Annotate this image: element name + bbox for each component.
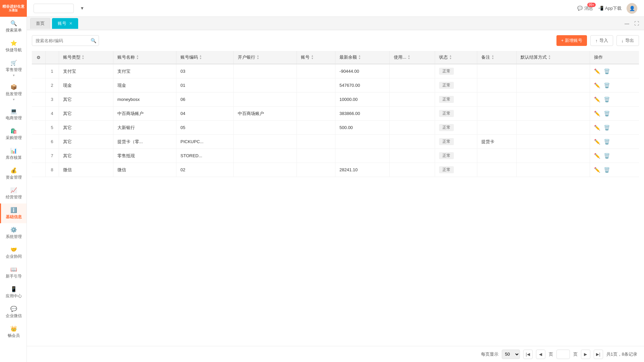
prev-page-btn[interactable]: ◀ <box>536 350 545 359</box>
row-type: 现金 <box>59 78 113 93</box>
tab-account[interactable]: 账号 ✕ <box>52 18 78 29</box>
col-name[interactable]: 账号名称 ▲▼ <box>113 51 176 64</box>
message-btn[interactable]: 💬 消息 99+ <box>577 5 593 11</box>
export-button[interactable]: ↓ 导出 <box>616 35 639 46</box>
tab-maximize-btn[interactable]: ⛶ <box>633 19 641 27</box>
tab-home[interactable]: 首页 <box>30 18 50 29</box>
download-icon: 📲 <box>598 6 603 11</box>
col-remark[interactable]: 备注 ▲▼ <box>477 51 517 64</box>
import-button[interactable]: ↑ 导入 <box>590 35 613 46</box>
col-gear: ⚙ <box>32 51 45 64</box>
top-search-input[interactable] <box>34 4 74 13</box>
row-name: 现金 <box>113 78 176 93</box>
delete-icon[interactable]: 🗑️ <box>604 125 610 131</box>
page-input[interactable]: 1 <box>556 350 570 359</box>
sidebar-item-ecommerce[interactable]: 💻 电商管理 <box>0 105 26 124</box>
per-page-select[interactable]: 50 20 100 <box>502 350 520 359</box>
edit-icon[interactable]: ✏️ <box>594 82 600 88</box>
sort-account[interactable]: 账号 ▲▼ <box>301 54 314 60</box>
account-search-input[interactable] <box>32 35 99 46</box>
top-bar: ▼ 💬 消息 99+ 📲 App下载 👤 <box>27 0 644 17</box>
sort-name[interactable]: 账号名称 ▲▼ <box>117 54 139 60</box>
row-type: 其它 <box>59 93 113 107</box>
sort-bank[interactable]: 开户银行 ▲▼ <box>238 54 259 60</box>
delete-icon[interactable]: 🗑️ <box>604 82 610 88</box>
app-download-btn[interactable]: 📲 App下载 <box>598 5 622 11</box>
sidebar-item-app-center[interactable]: 📱 应用中心 <box>0 283 26 302</box>
sidebar-item-wholesale[interactable]: 📦 批发管理 ▼ <box>0 80 26 105</box>
edit-icon[interactable]: ✏️ <box>594 125 600 131</box>
settings-icon[interactable]: ⚙ <box>37 55 41 60</box>
sidebar-item-agreement[interactable]: 🤝 企业协同 <box>0 243 26 263</box>
row-name: 中百商场账户 <box>113 107 176 121</box>
sort-default-payment[interactable]: 默认结算方式 ▲▼ <box>521 54 551 60</box>
row-status: 正常 <box>435 149 477 163</box>
sidebar-item-inventory[interactable]: 📊 库存核算 <box>0 144 26 164</box>
delete-icon[interactable]: 🗑️ <box>604 68 610 74</box>
tab-home-label: 首页 <box>36 20 45 26</box>
sort-remark[interactable]: 备注 ▲▼ <box>481 54 494 60</box>
sidebar-item-basic-info[interactable]: ℹ️ 基础信息 <box>0 203 26 223</box>
sidebar-item-member[interactable]: 👑 畅会员 <box>0 322 26 342</box>
row-gear <box>32 149 45 163</box>
delete-icon[interactable]: 🗑️ <box>604 139 610 145</box>
delete-icon[interactable]: 🗑️ <box>604 111 610 117</box>
sidebar-item-quick-nav[interactable]: ⭐ 快捷导航 <box>0 37 26 56</box>
sort-balance[interactable]: 最新余额 ▲▼ <box>339 54 361 60</box>
sidebar-item-label: 零售管理 <box>6 67 22 73</box>
row-name: 微信 <box>113 163 176 177</box>
sidebar-item-purchase[interactable]: 🛍️ 采购管理 <box>0 124 26 144</box>
add-account-label: + 新增账号 <box>561 38 582 44</box>
search-wrapper: 🔍 <box>32 35 99 46</box>
sidebar-item-guide[interactable]: 📖 新手引导 <box>0 263 26 283</box>
row-num: 4 <box>45 107 59 121</box>
edit-icon[interactable]: ✏️ <box>594 111 600 117</box>
sidebar-item-system[interactable]: ⚙️ 系统管理 <box>0 223 26 243</box>
col-balance[interactable]: 最新余额 ▲▼ <box>335 51 390 64</box>
tab-actions: — ⛶ <box>623 19 641 27</box>
col-bank[interactable]: 开户银行 ▲▼ <box>234 51 297 64</box>
edit-icon[interactable]: ✏️ <box>594 153 600 159</box>
edit-icon[interactable]: ✏️ <box>594 139 600 145</box>
delete-icon[interactable]: 🗑️ <box>604 153 610 159</box>
dropdown-btn[interactable]: ▼ <box>77 4 87 13</box>
logo-text: 稻谷进好生意 <box>2 4 24 9</box>
col-status[interactable]: 状态 ▲▼ <box>435 51 477 64</box>
sort-status[interactable]: 状态 ▲▼ <box>439 54 452 60</box>
sort-code[interactable]: 账号编码 ▲▼ <box>180 54 202 60</box>
user-avatar-btn[interactable]: 👤 <box>627 3 637 14</box>
row-code: 04 <box>176 107 234 121</box>
account-table-container: ⚙ 账号类型 ▲▼ 账号名称 ▲▼ <box>32 51 639 341</box>
tab-close-btn[interactable]: ✕ <box>69 21 72 26</box>
next-page-btn[interactable]: ▶ <box>581 350 590 359</box>
sort-usage[interactable]: 使用... ▲▼ <box>394 54 410 60</box>
chat-icon: 💬 <box>10 306 17 312</box>
col-account[interactable]: 账号 ▲▼ <box>297 51 335 64</box>
row-account <box>297 64 335 78</box>
row-status: 正常 <box>435 163 477 177</box>
delete-icon[interactable]: 🗑️ <box>604 97 610 103</box>
first-page-btn[interactable]: |◀ <box>523 350 533 359</box>
edit-icon[interactable]: ✏️ <box>594 167 600 173</box>
search-icon[interactable]: 🔍 <box>91 38 96 43</box>
row-num: 6 <box>45 135 59 149</box>
edit-icon[interactable]: ✏️ <box>594 97 600 103</box>
sidebar-item-capital[interactable]: 💰 资金管理 <box>0 164 26 184</box>
sort-type[interactable]: 账号类型 ▲▼ <box>63 54 85 60</box>
tab-minimize-btn[interactable]: — <box>623 19 631 27</box>
sidebar-item-search[interactable]: 🔍 搜索菜单 <box>0 17 26 37</box>
edit-icon[interactable]: ✏️ <box>594 68 600 74</box>
col-code[interactable]: 账号编码 ▲▼ <box>176 51 234 64</box>
sort-arrows: ▲▼ <box>82 55 85 60</box>
delete-icon[interactable]: 🗑️ <box>604 167 610 173</box>
sidebar-item-enterprise-wx[interactable]: 💬 企业微信 <box>0 302 26 322</box>
row-remark <box>477 78 517 93</box>
col-usage[interactable]: 使用... ▲▼ <box>390 51 435 64</box>
last-page-btn[interactable]: ▶| <box>594 350 603 359</box>
import-label: 导入 <box>599 38 608 44</box>
sidebar-item-operation[interactable]: 📈 经营管理 <box>0 184 26 203</box>
col-default-payment[interactable]: 默认结算方式 ▲▼ <box>517 51 590 64</box>
add-account-button[interactable]: + 新增账号 <box>556 35 587 46</box>
sidebar-item-retail[interactable]: 🛒 零售管理 ▼ <box>0 56 26 80</box>
col-type[interactable]: 账号类型 ▲▼ <box>59 51 113 64</box>
